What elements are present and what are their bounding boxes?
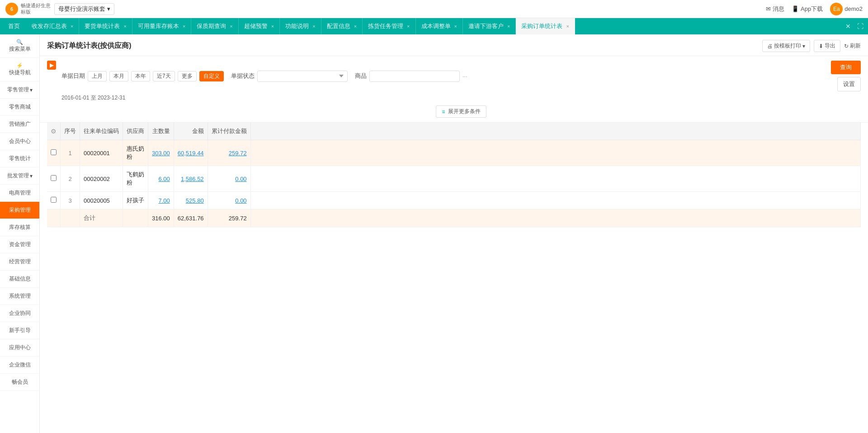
maximize-icon[interactable]: ⛶ — [854, 22, 866, 31]
workspace-selector[interactable]: 母婴行业演示账套 ▾ — [54, 3, 114, 15]
sidebar-item-newguide[interactable]: 新手引导 — [0, 322, 39, 339]
date-btn-last-month[interactable]: 上月 — [88, 71, 107, 81]
date-btn-this-month[interactable]: 本月 — [109, 71, 128, 81]
sidebar-item-member[interactable]: 会员中心 — [0, 133, 39, 150]
close-icon[interactable]: × — [71, 24, 73, 29]
sidebar-item-ecommerce[interactable]: 电商管理 — [0, 185, 39, 202]
app-download-button[interactable]: 📱 App下载 — [792, 5, 823, 13]
expand-filters-button[interactable]: ≡ 展开更多条件 — [436, 105, 486, 118]
date-btn-more[interactable]: 更多 — [178, 71, 197, 81]
goods-input[interactable] — [369, 71, 460, 82]
sidebar-item-marketing[interactable]: 营销推广 — [0, 116, 39, 133]
print-button[interactable]: 🖨 按模板打印 ▾ — [762, 40, 810, 52]
user-avatar[interactable]: Ea demo2 — [830, 3, 863, 15]
more-icon[interactable]: ··· — [462, 73, 467, 80]
row-qty: 6.00 — [148, 166, 174, 192]
tab-jianhuo[interactable]: 拣货任务管理 × — [363, 18, 415, 34]
paid-link[interactable]: 0.00 — [235, 197, 246, 204]
tab-peizhi[interactable]: 配置信息 × — [321, 18, 363, 34]
qty-link[interactable]: 6.00 — [158, 176, 170, 182]
sidebar-item-wechat[interactable]: 企业微信 — [0, 357, 39, 374]
sidebar-item-wholesale[interactable]: 批发管理 ▾ — [0, 167, 39, 185]
row-extra — [250, 192, 860, 209]
row-supplier: 飞鹤奶粉 — [123, 166, 148, 192]
sidebar-item-finance[interactable]: 资金管理 — [0, 236, 39, 253]
tab-yaohuo[interactable]: 要货单统计表 × — [79, 18, 132, 34]
date-custom-label[interactable]: 自定义 — [199, 71, 224, 81]
tab-chengben[interactable]: 成本调整单 × — [416, 18, 463, 34]
tab-baozhi[interactable]: 保质期查询 × — [191, 18, 238, 34]
row-checkbox[interactable] — [47, 140, 61, 166]
row-code: 00020002 — [80, 166, 123, 192]
close-icon[interactable]: × — [454, 24, 457, 29]
sidebar-item-retail-shop[interactable]: 零售商城 — [0, 99, 39, 116]
settings-button[interactable]: 设置 — [837, 77, 861, 91]
row-checkbox[interactable] — [47, 166, 61, 192]
sidebar-item-inventory[interactable]: 库存核算 — [0, 219, 39, 236]
qty-link[interactable]: 303.00 — [152, 150, 170, 157]
tab-caigou-active[interactable]: 采购订单统计表 × — [516, 18, 575, 34]
row-paid: 259.72 — [208, 140, 250, 166]
tab-keyongliang[interactable]: 可用量库存账本 × — [132, 18, 191, 34]
close-icon[interactable]: × — [312, 24, 315, 29]
date-range-row: 2016-01-01 至 2023-12-31 — [61, 94, 861, 102]
export-button[interactable]: ⬇ 导出 — [814, 40, 840, 52]
sidebar-item-operations[interactable]: 经营管理 — [0, 253, 39, 271]
sidebar-item-appcenter[interactable]: 应用中心 — [0, 339, 39, 357]
table-body: 1 00020001 惠氏奶粉 303.00 60,519.44 259.72 … — [47, 140, 861, 209]
qty-link[interactable]: 7.00 — [158, 197, 170, 204]
message-button[interactable]: ✉ 消息 — [766, 5, 784, 13]
row-checkbox[interactable] — [47, 192, 61, 209]
row-amount: 1,586.52 — [174, 166, 208, 192]
close-icon[interactable]: × — [566, 24, 569, 29]
page-title: 采购订单统计表(按供应商) — [47, 41, 132, 51]
close-icon[interactable]: × — [183, 24, 185, 29]
amount-link[interactable]: 1,586.52 — [181, 176, 204, 182]
sidebar-item-system[interactable]: 系统管理 — [0, 288, 39, 305]
tab-gongneng[interactable]: 功能说明 × — [280, 18, 321, 34]
tab-home[interactable]: 首页 — [2, 18, 26, 34]
chevron-down-icon: ▾ — [30, 87, 33, 93]
query-button[interactable]: 查询 — [831, 61, 861, 74]
status-select[interactable] — [257, 71, 348, 82]
tab-shoufacun[interactable]: 收发存汇总表 × — [26, 18, 79, 34]
top-bar-left: 6 畅捷通好生意 标版 母婴行业演示账套 ▾ — [5, 3, 114, 15]
nav-end-buttons: ✕ ⛶ — [843, 22, 866, 31]
sidebar-item-basics[interactable]: 基础信息 — [0, 271, 39, 288]
sidebar-item-enterprise[interactable]: 企业协同 — [0, 305, 39, 322]
sidebar-item-search[interactable]: 🔍 搜索菜单 — [0, 34, 39, 58]
amount-link[interactable]: 60,519.44 — [178, 150, 204, 157]
close-icon[interactable]: × — [507, 24, 510, 29]
amount-link[interactable]: 525.80 — [186, 197, 204, 204]
tab-yaoqing[interactable]: 邀请下游客户 × — [463, 18, 516, 34]
close-window-icon[interactable]: ✕ — [843, 22, 854, 31]
close-icon[interactable]: × — [271, 24, 274, 29]
row-checkbox-input[interactable] — [51, 175, 57, 181]
table-row: 3 00020005 好孩子 7.00 525.80 0.00 — [47, 192, 861, 209]
toggle-filter-button[interactable]: ▶ — [47, 61, 56, 70]
refresh-button[interactable]: ↻ 刷新 — [844, 42, 861, 50]
sidebar-item-quick-nav[interactable]: ⚡ 快捷导航 — [0, 58, 39, 81]
close-icon[interactable]: × — [354, 24, 357, 29]
avatar-text: Ea — [833, 6, 840, 12]
row-checkbox-input[interactable] — [51, 197, 57, 203]
close-icon[interactable]: × — [407, 24, 410, 29]
chevron-down-icon: ▾ — [802, 43, 805, 49]
sidebar-item-vip[interactable]: 畅会员 — [0, 374, 39, 391]
paid-link[interactable]: 259.72 — [229, 150, 247, 157]
date-btn-this-year[interactable]: 本年 — [131, 71, 150, 81]
close-icon[interactable]: × — [123, 24, 126, 29]
sidebar-item-purchase[interactable]: 采购管理 — [0, 202, 39, 219]
top-bar-right: ✉ 消息 📱 App下载 Ea demo2 — [766, 3, 863, 15]
close-icon[interactable]: × — [230, 24, 232, 29]
tab-chaochuyujing[interactable]: 超储预警 × — [239, 18, 280, 34]
col-settings[interactable]: ⚙ — [47, 123, 61, 140]
date-btn-7days[interactable]: 近7天 — [153, 71, 175, 81]
row-checkbox-input[interactable] — [51, 149, 57, 155]
paid-link[interactable]: 0.00 — [235, 176, 246, 182]
footer-amount: 62,631.76 — [174, 209, 208, 227]
row-code: 00020005 — [80, 192, 123, 209]
footer-qty: 316.00 — [148, 209, 174, 227]
sidebar-item-retail-stats[interactable]: 零售统计 — [0, 150, 39, 167]
sidebar-item-retail-mgmt[interactable]: 零售管理 ▾ — [0, 81, 39, 99]
